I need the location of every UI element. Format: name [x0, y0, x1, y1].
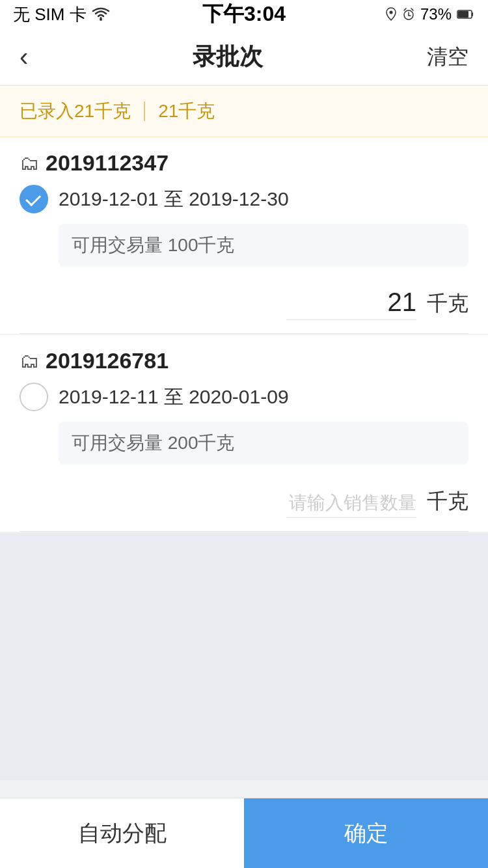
status-bar: 无 SIM 卡 下午3:04 73% — [0, 0, 488, 29]
clear-button[interactable]: 清空 — [427, 43, 468, 72]
qty-divider-2 — [20, 531, 468, 532]
banner-divider — [144, 102, 145, 121]
batch-id-2: 2019126781 — [46, 348, 169, 373]
confirm-button[interactable]: 确定 — [244, 798, 488, 868]
bottom-bar: 自动分配 确定 — [0, 798, 488, 868]
alarm-icon — [402, 7, 415, 21]
qty-unit-1: 千克 — [427, 290, 468, 318]
nav-bar: ‹ 录批次 清空 — [0, 29, 488, 86]
svg-point-0 — [100, 18, 102, 21]
doc-icon-1: 🗂 — [20, 152, 39, 174]
available-qty-2: 可用交易量 200千克 — [59, 422, 468, 465]
status-time: 下午3:04 — [202, 0, 286, 29]
available-qty-1: 可用交易量 100千克 — [59, 224, 468, 267]
batch-date-1: 2019-12-01 至 2019-12-30 — [59, 186, 289, 213]
page-title: 录批次 — [193, 41, 263, 73]
status-right: 73% — [385, 5, 475, 23]
doc-icon-2: 🗂 — [20, 350, 39, 372]
qty-row-2: 千克 — [0, 475, 488, 531]
qty-input-1[interactable] — [286, 288, 416, 320]
svg-point-1 — [389, 11, 392, 14]
info-banner: 已录入21千克 21千克 — [0, 86, 488, 137]
batch-date-row-1: 2019-12-01 至 2019-12-30 — [20, 185, 468, 213]
batch-date-row-2: 2019-12-11 至 2020-01-09 — [20, 383, 468, 411]
batch-header-1: 🗂 2019112347 — [20, 150, 468, 176]
qty-divider-1 — [20, 333, 468, 334]
auto-distribute-button[interactable]: 自动分配 — [0, 798, 244, 868]
svg-line-5 — [404, 8, 406, 10]
batch-date-2: 2019-12-11 至 2020-01-09 — [59, 384, 289, 411]
battery-label: 73% — [420, 5, 452, 23]
radio-2[interactable] — [20, 383, 48, 411]
svg-line-6 — [411, 8, 413, 10]
back-button[interactable]: ‹ — [20, 42, 28, 72]
carrier-label: 无 SIM 卡 — [13, 3, 87, 26]
main-content: 已录入21千克 21千克 🗂 2019112347 2019-12-01 至 2… — [0, 86, 488, 850]
location-icon — [385, 7, 397, 21]
recorded-value: 21千克 — [158, 99, 215, 124]
empty-area — [0, 533, 488, 780]
recorded-label: 已录入21千克 — [20, 99, 131, 124]
svg-rect-8 — [458, 11, 468, 18]
batch-card-2: 🗂 2019126781 2019-12-11 至 2020-01-09 可用交… — [0, 335, 488, 532]
status-left: 无 SIM 卡 — [13, 3, 110, 26]
qty-row-1: 千克 — [0, 277, 488, 333]
qty-input-2[interactable] — [286, 485, 416, 518]
qty-unit-2: 千克 — [427, 487, 468, 516]
radio-1[interactable] — [20, 185, 48, 213]
batch-card-1: 🗂 2019112347 2019-12-01 至 2019-12-30 可用交… — [0, 137, 488, 334]
wifi-icon — [92, 7, 110, 21]
batch-id-1: 2019112347 — [46, 150, 169, 176]
batch-header-2: 🗂 2019126781 — [20, 348, 468, 373]
battery-icon — [457, 9, 475, 20]
